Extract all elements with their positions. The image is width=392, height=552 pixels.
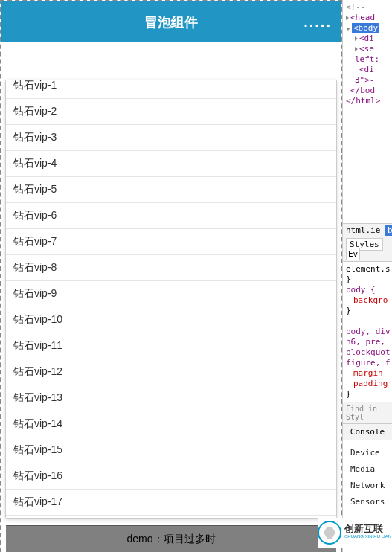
dom-node[interactable]: <di <box>346 33 392 44</box>
devtools-panel: <!-- <head <body <di <se left: <di 3">- … <box>342 0 392 552</box>
list-item[interactable]: 钻石vip-8 <box>6 255 336 281</box>
list-item[interactable]: 钻石vip-15 <box>6 437 336 463</box>
drawer-menu: Device Media Network Sensors <box>343 440 392 515</box>
css-property[interactable]: margin <box>346 368 389 379</box>
css-selector[interactable]: body { <box>346 285 389 295</box>
dom-node[interactable]: <body <box>346 23 392 33</box>
footer-bar: demo：项目过多时 <box>6 525 336 552</box>
css-rule[interactable]: element.s <box>346 264 389 275</box>
list-item[interactable]: 钻石vip-17 <box>6 490 336 516</box>
css-selector[interactable]: body, div <box>346 327 389 337</box>
logo-badge: 创新互联 CHUANG XIN HU LIAN <box>318 518 392 548</box>
list-item[interactable]: 钻石vip-13 <box>6 385 336 411</box>
css-property[interactable]: backgro <box>346 295 389 306</box>
collapse-icon[interactable] <box>346 28 350 31</box>
list-item[interactable]: 钻石vip-14 <box>6 411 336 437</box>
list-item[interactable]: 钻石vip-12 <box>6 359 336 385</box>
breadcrumb-item[interactable]: html.ie <box>346 225 380 235</box>
item-list[interactable]: 钻石vip-1钻石vip-2钻石vip-3钻石vip-4钻石vip-5钻石vip… <box>5 80 337 519</box>
css-selector[interactable]: h6, pre, <box>346 337 389 347</box>
console-tab[interactable]: Console <box>343 424 392 440</box>
dom-node[interactable]: <di <box>346 65 392 75</box>
dom-node[interactable]: <head <box>346 13 392 23</box>
list-item[interactable]: 钻石vip-1 <box>6 80 336 99</box>
css-selector[interactable]: figure, f <box>346 358 389 368</box>
list-item[interactable]: 钻石vip-10 <box>6 307 336 333</box>
dom-node[interactable]: <!-- <box>346 2 392 13</box>
find-in-styles[interactable]: Find in Styl <box>343 402 392 424</box>
logo-text: 创新互联 CHUANG XIN HU LIAN <box>344 524 391 541</box>
css-selector[interactable]: blockquot <box>346 347 389 358</box>
styles-pane[interactable]: element.s } body { backgro } body, div h… <box>343 262 392 402</box>
logo-icon <box>318 521 341 545</box>
drawer-item-media[interactable]: Media <box>346 461 389 478</box>
expand-icon[interactable] <box>355 36 358 41</box>
tab-events[interactable]: Ev <box>346 248 360 260</box>
css-property[interactable]: padding <box>346 379 389 389</box>
list-item[interactable]: 钻石vip-16 <box>6 463 336 490</box>
dom-node[interactable]: left: <box>346 54 392 65</box>
breadcrumb-item-active[interactable]: b <box>385 225 392 236</box>
css-rule: } <box>346 306 389 316</box>
dom-node[interactable]: <se <box>346 44 392 54</box>
expand-icon[interactable] <box>346 16 349 20</box>
app-header: 冒泡组件 ..... <box>1 1 341 42</box>
menu-dots-icon[interactable]: ..... <box>303 13 332 31</box>
list-item[interactable]: 钻石vip-2 <box>6 99 336 125</box>
drawer-item-network[interactable]: Network <box>346 478 389 494</box>
list-item[interactable]: 钻石vip-4 <box>6 151 336 177</box>
list-item[interactable]: 钻石vip-6 <box>6 203 336 229</box>
list-item[interactable]: 钻石vip-18 <box>6 516 336 519</box>
drawer-item-sensors[interactable]: Sensors <box>346 494 389 510</box>
css-rule: } <box>346 275 389 285</box>
expand-icon[interactable] <box>355 47 358 51</box>
breadcrumb-bar[interactable]: html.ie b <box>343 223 392 237</box>
header-title: 冒泡组件 <box>144 13 198 31</box>
styles-tabs: Styles Ev <box>343 237 392 262</box>
list-item[interactable]: 钻石vip-11 <box>6 333 336 359</box>
list-item[interactable]: 钻石vip-3 <box>6 125 336 151</box>
list-item[interactable]: 钻石vip-9 <box>6 281 336 307</box>
dom-node[interactable]: </html> <box>346 96 392 106</box>
drawer-item-device[interactable]: Device <box>346 445 389 461</box>
mobile-preview-frame: 冒泡组件 ..... 钻石vip-1钻石vip-2钻石vip-3钻石vip-4钻… <box>0 0 342 552</box>
dom-node[interactable]: </bod <box>346 86 392 96</box>
list-item[interactable]: 钻石vip-7 <box>6 229 336 255</box>
dom-tree[interactable]: <!-- <head <body <di <se left: <di 3">- … <box>343 0 392 223</box>
footer-text: demo：项目过多时 <box>126 533 215 546</box>
list-item[interactable]: 钻石vip-5 <box>6 177 336 203</box>
dom-node[interactable]: 3">- <box>346 75 392 86</box>
css-rule: } <box>346 389 389 399</box>
